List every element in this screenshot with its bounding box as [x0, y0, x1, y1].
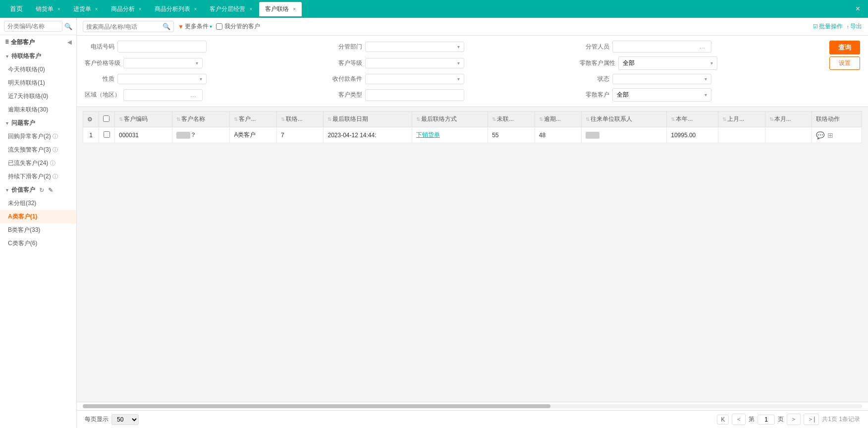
filter-label-payment: 收付款条件 — [332, 75, 362, 83]
filter-row-4: 区域（地区） … 客户类型 零散客户 — [85, 88, 815, 102]
cell-this-year: 10995.00 — [667, 127, 718, 143]
arrow-icon: ▼ — [5, 54, 9, 59]
cell-last-method[interactable]: 下销货单 — [412, 127, 488, 143]
settings-button[interactable]: 设置 — [829, 56, 860, 70]
nav-tab-product-list[interactable]: 商品分析列表 × — [149, 2, 203, 16]
filter-phone-input[interactable] — [117, 41, 207, 53]
top-navigation: 首页 销货单 × 进货单 × 商品分析 × 商品分析列表 × 客户分层经营 × … — [0, 0, 868, 18]
first-page-btn[interactable]: K — [717, 415, 729, 425]
sidebar-item-declining[interactable]: 持续下滑客户(2) ⓘ — [0, 170, 76, 183]
edit-icon[interactable]: ✎ — [48, 187, 53, 194]
export-btn[interactable]: ↑ 导出 — [847, 22, 863, 31]
nav-tab-purchase[interactable]: 进货单 × — [67, 2, 104, 16]
filter-retail-attr-select[interactable]: 全部 ▾ — [618, 56, 717, 70]
filter-retail-select[interactable]: 全部 ▾ — [612, 88, 711, 102]
filter-label-dept: 分管部门 — [332, 43, 362, 51]
cell-actions: 💬 ⊞ — [812, 127, 862, 143]
filter-region-select[interactable]: … — [123, 89, 203, 101]
filter-label-price-level: 客户价格等级 — [85, 59, 120, 67]
sidebar-item-churned[interactable]: 已流失客户(24) ⓘ — [0, 157, 76, 170]
sidebar-section-pending[interactable]: ▼ 待联络客户 — [0, 50, 76, 63]
prev-page-btn[interactable]: ＜ — [732, 414, 746, 425]
close-tab-purchase[interactable]: × — [95, 6, 98, 12]
col-settings[interactable]: ⚙ — [83, 111, 99, 127]
more-dots-icon[interactable]: … — [188, 92, 198, 99]
sidebar-item-b-class[interactable]: B类客户(33) — [0, 223, 76, 237]
nav-tab-customer-segment[interactable]: 客户分层经营 × — [204, 2, 258, 16]
filter-row-1: 电话号码 分管部门 ▾ 分管人员 — [85, 41, 815, 53]
sidebar-item-repurchase[interactable]: 回购异常客户(2) ⓘ — [0, 130, 76, 143]
col-type[interactable]: ⇅客户... — [230, 111, 277, 127]
nav-home[interactable]: 首页 — [4, 1, 29, 16]
nav-tab-sales[interactable]: 销货单 × — [30, 2, 66, 16]
search-input[interactable] — [86, 23, 161, 30]
filter-label-customer-type: 客户类型 — [332, 91, 362, 99]
batch-op-btn[interactable]: ☑ 批量操作 — [813, 22, 843, 31]
close-all-btn[interactable]: × — [852, 4, 864, 13]
close-tab-customer-contact[interactable]: × — [293, 6, 296, 12]
close-tab-sales[interactable]: × — [57, 6, 60, 12]
close-tab-customer-segment[interactable]: × — [249, 6, 252, 12]
col-name[interactable]: ⇅客户名称 — [172, 111, 230, 127]
qr-action-icon[interactable]: ⊞ — [827, 131, 833, 139]
filter-customer-type-input[interactable] — [365, 89, 464, 101]
next-page-btn[interactable]: ＞ — [787, 414, 801, 425]
sidebar-item-tomorrow[interactable]: 明天待联络(1) — [0, 76, 76, 90]
nav-tab-product-analysis[interactable]: 商品分析 × — [105, 2, 148, 16]
sidebar-item-overdue[interactable]: 逾期未联络(30) — [0, 103, 76, 116]
row-checkbox[interactable] — [104, 131, 110, 138]
last-method-link[interactable]: 下销货单 — [416, 131, 440, 138]
search-icon[interactable]: 🔍 — [163, 23, 170, 30]
col-last-method[interactable]: ⇅最后联络方式 — [412, 111, 488, 127]
sidebar: 🔍 ⠿ 全部客户 ◀ ▼ 待联络客户 今天待联络(0) 明天待联络(1) 近7天… — [0, 18, 77, 428]
page-number-input[interactable] — [758, 415, 775, 425]
col-contacts[interactable]: ⇅联络... — [276, 111, 324, 127]
filter-price-select[interactable]: ▾ — [123, 58, 203, 68]
filter-nature-select[interactable]: ▾ — [117, 74, 207, 84]
filter-person-select[interactable]: … — [612, 41, 711, 53]
table-row: 1 000031 ？ A类客户 7 2023-04-12 14:44: 下销货单… — [83, 127, 862, 143]
col-contact-person[interactable]: ⇅往来单位联系人 — [582, 111, 667, 127]
my-customers-checkbox[interactable] — [216, 23, 222, 30]
chevron-down-icon: ▾ — [457, 44, 460, 50]
filter-area: 电话号码 分管部门 ▾ 分管人员 — [77, 36, 868, 107]
col-this-month[interactable]: ⇅本月... — [765, 111, 812, 127]
sidebar-item-churn-warn[interactable]: 流失预警客户(3) ⓘ — [0, 143, 76, 157]
cell-name: ？ — [172, 127, 230, 143]
filter-dept-select[interactable]: ▾ — [365, 42, 464, 52]
filter-customer-level-select[interactable]: ▾ — [365, 58, 464, 68]
filter-row-3: 性质 ▾ 收付款条件 ▾ — [85, 74, 815, 84]
sidebar-search-input[interactable] — [4, 21, 62, 32]
more-dots-icon[interactable]: … — [697, 43, 707, 50]
query-button[interactable]: 查询 — [829, 41, 860, 54]
nav-tab-customer-contact[interactable]: 客户联络 × — [259, 2, 302, 16]
pagination: K ＜ 第 页 ＞ ＞| 共1页 1条记录 — [717, 414, 860, 425]
page-size-select[interactable]: 50 20 100 — [111, 414, 139, 425]
col-last-month[interactable]: ⇅上月... — [718, 111, 765, 127]
chat-action-icon[interactable]: 💬 — [816, 131, 824, 139]
col-this-year[interactable]: ⇅本年... — [667, 111, 718, 127]
col-overdue[interactable]: ⇅逾期... — [535, 111, 582, 127]
sidebar-item-a-class[interactable]: A类客户(1) — [0, 210, 76, 223]
sidebar-collapse-btn[interactable]: ◀ — [67, 39, 71, 46]
cell-last-date: 2023-04-12 14:44: — [324, 127, 412, 143]
refresh-icon[interactable]: ↻ — [39, 187, 44, 194]
sidebar-section-problem[interactable]: ▼ 问题客户 — [0, 116, 76, 130]
sidebar-section-value[interactable]: ▼ 价值客户 ↻ ✎ — [0, 183, 76, 197]
sidebar-item-ungrouped[interactable]: 未分组(32) — [0, 197, 76, 210]
sidebar-all-customers[interactable]: ⠿ 全部客户 ◀ — [0, 35, 76, 50]
sidebar-search-icon[interactable]: 🔍 — [64, 23, 72, 30]
select-all-checkbox[interactable] — [103, 115, 109, 122]
close-tab-product-list[interactable]: × — [194, 6, 197, 12]
last-page-btn[interactable]: ＞| — [804, 414, 819, 425]
col-code[interactable]: ⇅客户编码 — [115, 111, 172, 127]
close-tab-product-analysis[interactable]: × — [139, 6, 142, 12]
sidebar-item-today[interactable]: 今天待联络(0) — [0, 63, 76, 76]
sidebar-item-c-class[interactable]: C类客户(6) — [0, 237, 76, 250]
col-unlinked[interactable]: ⇅未联... — [488, 111, 535, 127]
filter-payment-select[interactable]: ▾ — [365, 74, 464, 84]
more-filter-btn[interactable]: ▼ 更多条件 ▾ — [178, 22, 212, 31]
sidebar-item-7days[interactable]: 近7天待联络(0) — [0, 90, 76, 103]
col-last-date[interactable]: ⇅最后联络日期 — [324, 111, 412, 127]
filter-status-select[interactable]: ▾ — [612, 74, 711, 84]
